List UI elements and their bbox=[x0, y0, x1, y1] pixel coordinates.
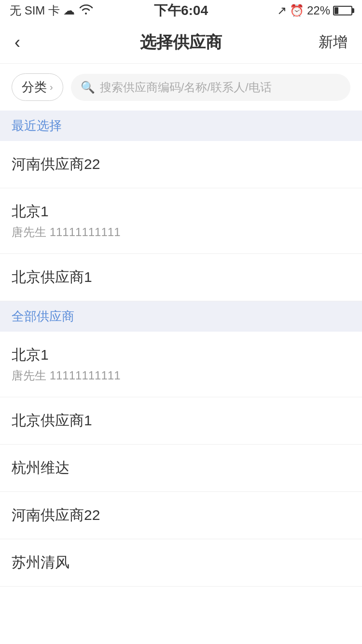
location-icon: ↗ bbox=[277, 4, 287, 17]
list-item[interactable]: 北京1唐先生 11111111111 bbox=[0, 332, 362, 397]
back-button[interactable]: ‹ bbox=[14, 32, 43, 53]
alarm-icon: ⏰ bbox=[290, 4, 304, 17]
list-item[interactable]: 河南供应商22 bbox=[0, 141, 362, 188]
all-section-header: 全部供应商 bbox=[0, 301, 362, 332]
item-name: 北京1 bbox=[12, 202, 350, 222]
item-sub: 唐先生 11111111111 bbox=[12, 368, 350, 383]
item-sub: 唐先生 11111111111 bbox=[12, 224, 350, 240]
recent-section-header: 最近选择 bbox=[0, 111, 362, 141]
recent-list: 河南供应商22北京1唐先生 11111111111北京供应商1 bbox=[0, 141, 362, 301]
item-name: 苏州清风 bbox=[12, 553, 350, 573]
list-item[interactable]: 苏州清风 bbox=[0, 539, 362, 587]
battery-percent: 22% bbox=[307, 4, 330, 17]
list-item[interactable]: 北京供应商1 bbox=[0, 254, 362, 301]
search-placeholder: 搜索供应商编码/名称/联系人/电话 bbox=[100, 80, 341, 95]
chevron-right-icon: › bbox=[50, 82, 53, 93]
category-button[interactable]: 分类 › bbox=[12, 73, 63, 101]
status-bar: 无 SIM 卡 ☁ 下午6:04 ↗ ⏰ 22% bbox=[0, 0, 362, 21]
list-item[interactable]: 北京供应商1 bbox=[0, 397, 362, 445]
item-name: 北京1 bbox=[12, 345, 350, 365]
filter-bar: 分类 › 🔍 搜索供应商编码/名称/联系人/电话 bbox=[0, 64, 362, 111]
list-item[interactable]: 北京1唐先生 11111111111 bbox=[0, 188, 362, 254]
item-name: 杭州维达 bbox=[12, 458, 350, 478]
item-name: 北京供应商1 bbox=[12, 267, 350, 287]
category-label: 分类 bbox=[22, 79, 47, 96]
search-box[interactable]: 🔍 搜索供应商编码/名称/联系人/电话 bbox=[71, 74, 350, 101]
search-icon: 🔍 bbox=[81, 81, 95, 94]
status-time: 下午6:04 bbox=[154, 1, 208, 20]
battery-icon bbox=[333, 6, 352, 15]
page-title: 选择供应商 bbox=[140, 31, 222, 54]
item-name: 河南供应商22 bbox=[12, 154, 350, 174]
list-item[interactable]: 河南供应商22 bbox=[0, 492, 362, 539]
status-right: ↗ ⏰ 22% bbox=[277, 4, 352, 17]
item-name: 河南供应商22 bbox=[12, 505, 350, 525]
no-sim-label: 无 SIM 卡 ☁ bbox=[10, 3, 75, 18]
add-button[interactable]: 新增 bbox=[319, 32, 348, 52]
item-name: 北京供应商1 bbox=[12, 411, 350, 431]
wifi-icon bbox=[79, 4, 93, 17]
all-list: 北京1唐先生 11111111111北京供应商1杭州维达河南供应商22苏州清风 bbox=[0, 332, 362, 587]
nav-bar: ‹ 选择供应商 新增 bbox=[0, 21, 362, 64]
status-left: 无 SIM 卡 ☁ bbox=[10, 3, 93, 18]
list-item[interactable]: 杭州维达 bbox=[0, 445, 362, 492]
